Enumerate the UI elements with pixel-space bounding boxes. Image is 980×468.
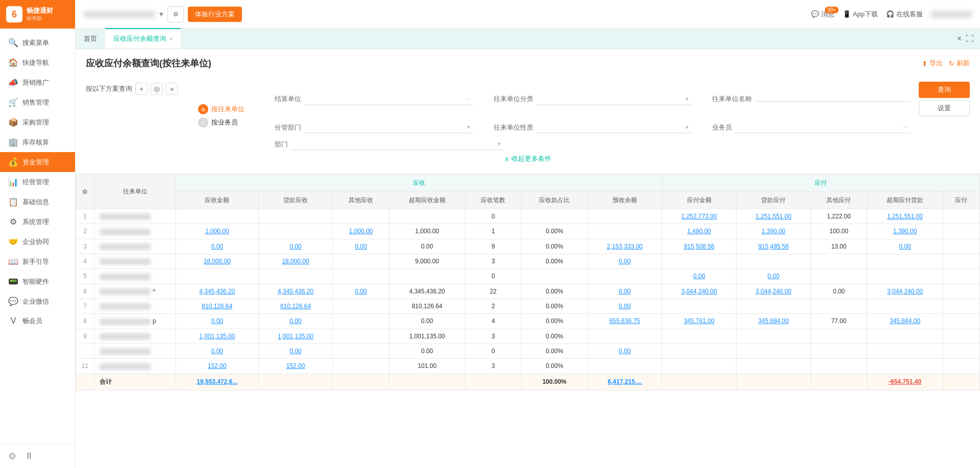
msg-btn[interactable]: 💬 消息 99+: [811, 10, 835, 19]
dept-input[interactable]: ▾: [291, 138, 504, 150]
filter-settings-btn[interactable]: ◎: [151, 83, 163, 95]
th-recv-other: 其他应收: [333, 192, 389, 209]
member-icon: V: [8, 316, 18, 326]
sidebar-item-purchase[interactable]: 📦 采购管理: [0, 112, 75, 132]
sidebar-item-guide[interactable]: 📖 新手引导: [0, 252, 75, 272]
solution-btn[interactable]: 体验行业方案: [188, 7, 242, 22]
th-recv-prepay: 预收余额: [587, 192, 662, 209]
footer-label: 合计: [94, 374, 176, 390]
table-section: ⚙ 往来单位 应收 应付 应收金额 贷款应收 其他应收 超期应收金额: [76, 174, 980, 390]
topbar-dropdown-icon[interactable]: ▾: [159, 9, 163, 19]
window-close-btn[interactable]: ×: [957, 34, 962, 43]
guide-icon: 📖: [8, 257, 18, 266]
footer-pay-other: [811, 374, 867, 390]
sidebar-item-label: 系统管理: [22, 217, 49, 227]
tab-bar: 首页 应收应付余额查询 × × ⛶: [76, 29, 980, 49]
service-btn[interactable]: 🎧 在线客服: [886, 10, 923, 19]
query-btn[interactable]: 查询: [919, 82, 970, 98]
filter-section: 按以下方案查询 + ◎ « ⊕ 按往来单位 ◷: [76, 76, 980, 174]
purchase-icon: 📦: [8, 117, 18, 127]
footer-pay-loan: [737, 374, 811, 390]
table-row: 11152.00152.00101.0030.00%: [76, 359, 980, 374]
sidebar-item-label: 企业协同: [22, 237, 49, 247]
partner-name-input[interactable]: [755, 97, 911, 102]
table-row: 418,000.0018,000.009,000.0030.00%0.00: [76, 254, 980, 268]
footer-settings-icon[interactable]: ⚙: [8, 451, 16, 462]
sidebar-item-basic[interactable]: 📋 基础信息: [0, 192, 75, 212]
sales-icon: 🛒: [8, 97, 18, 107]
sidebar-logo: 6 畅捷通财 标准版: [0, 0, 75, 29]
sidebar-item-label: 销售管理: [22, 98, 49, 107]
sidebar-item-collab[interactable]: 🤝 企业协同: [0, 232, 75, 252]
filter-method-salesperson[interactable]: ◷ 按业务员: [198, 117, 259, 128]
page-content: 应收应付余额查询(按往来单位) ⬆ 导出 ↻ 刷新: [76, 49, 980, 468]
footer-empty: [76, 374, 94, 390]
settings-btn[interactable]: 设置: [919, 100, 970, 116]
app-btn[interactable]: 📱 App下载: [843, 10, 878, 19]
msg-icon: 💬: [811, 10, 819, 18]
system-icon: ⚙: [8, 217, 18, 227]
salesperson-method-icon: ◷: [198, 117, 208, 128]
sidebar-item-marketing[interactable]: 📣 营销推广: [0, 72, 75, 92]
table-footer-row: 合计 19,553,472,6... 100.00% 6,417,215....: [76, 374, 980, 390]
sidebar-item-wechat[interactable]: 💬 企业微信: [0, 291, 75, 311]
salesperson-input[interactable]: ···: [735, 121, 911, 133]
footer-pay-amount: [662, 374, 737, 390]
home-tab-label: 首页: [84, 34, 97, 43]
tab-close-icon[interactable]: ×: [169, 36, 173, 42]
th-pay-amount: 应付金额: [662, 192, 737, 209]
tab-home[interactable]: 首页: [76, 29, 105, 48]
service-icon: 🎧: [886, 10, 894, 18]
sidebar-item-finance[interactable]: 💰 资金管理: [0, 152, 75, 172]
export-btn[interactable]: ⬆ 导出: [922, 59, 943, 68]
settlement-unit-input[interactable]: ···: [304, 93, 473, 105]
refresh-btn[interactable]: ↻ 刷新: [949, 59, 970, 68]
sidebar-item-label: 搜索菜单: [22, 38, 49, 47]
sidebar-item-label: 资金管理: [22, 158, 49, 167]
filter-add-btn[interactable]: +: [135, 83, 148, 95]
partner-nature-input[interactable]: ▾: [536, 121, 692, 133]
sidebar-item-system[interactable]: ⚙ 系统管理: [0, 212, 75, 232]
tab-receivable[interactable]: 应收应付余额查询 ×: [105, 28, 181, 48]
topbar-left: ▾ ⚙ 体验行业方案: [84, 6, 805, 22]
field-label-settlement: 结算单位: [275, 94, 301, 104]
search-icon: 🔍: [8, 38, 18, 47]
page-header-actions: ⬆ 导出 ↻ 刷新: [922, 59, 970, 68]
dept-mgr-input[interactable]: ▾: [304, 121, 473, 133]
window-expand-btn[interactable]: ⛶: [966, 34, 974, 43]
sidebar-item-member[interactable]: V 畅会员: [0, 311, 75, 331]
field-label-partner-cat: 往来单位分类: [494, 94, 533, 104]
operations-icon: 📊: [8, 177, 18, 187]
topbar-settings-btn[interactable]: ⚙: [167, 6, 184, 22]
field-label-dept-mgr: 分管部门: [275, 123, 301, 132]
footer-recv-count: [465, 374, 521, 390]
salesperson-dots: ···: [902, 124, 908, 131]
collapse-bar[interactable]: ∧ 收起更多条件: [86, 150, 970, 167]
sidebar-item-inventory[interactable]: 🏢 库存核算: [0, 132, 75, 152]
sidebar-item-label: 营销推广: [22, 78, 49, 87]
table-row: 7810,126.64810,126.64810,126.6420.00%0.0…: [76, 299, 980, 313]
th-recv-amount: 应收金额: [176, 192, 259, 209]
sidebar-item-search[interactable]: 🔍 搜索菜单: [0, 33, 75, 53]
sidebar-item-quick[interactable]: 🏠 快捷导航: [0, 53, 75, 72]
topbar: ▾ ⚙ 体验行业方案 💬 消息 99+ 📱 App下载 🎧 在线客服: [76, 0, 980, 29]
table-row: 6^4,345,436.204,345,436.200.004,345,436.…: [76, 284, 980, 299]
sidebar-item-operations[interactable]: 📊 经营管理: [0, 172, 75, 192]
footer-collapse-icon[interactable]: ⏸: [24, 451, 34, 462]
inventory-icon: 🏢: [8, 137, 18, 147]
th-recv-ratio: 应收款占比: [522, 192, 588, 209]
footer-recv-amount[interactable]: 19,553,472,6...: [176, 374, 259, 390]
filter-collapse-btn[interactable]: «: [166, 83, 178, 95]
table-row: 8p0.000.000.0040.00%655,636.75345,761.00…: [76, 314, 980, 329]
table-row: 91,001,135.001,001,135.001,001,135.0030.…: [76, 329, 980, 343]
filter-method-partner[interactable]: ⊕ 按往来单位: [198, 104, 259, 114]
user-avatar[interactable]: [931, 11, 972, 18]
sidebar-item-hardware[interactable]: 📟 智能硬件: [0, 272, 75, 291]
table-settings-icon[interactable]: ⚙: [82, 188, 88, 195]
sidebar-item-sales[interactable]: 🛒 销售管理: [0, 92, 75, 112]
th-settings[interactable]: ⚙: [76, 175, 94, 209]
partner-category-input[interactable]: ▾: [536, 93, 692, 105]
footer-pay-overdue[interactable]: -654,751.40: [867, 374, 943, 390]
sidebar-item-label: 采购管理: [22, 118, 49, 127]
footer-recv-prepay[interactable]: 6,417,215....: [587, 374, 662, 390]
